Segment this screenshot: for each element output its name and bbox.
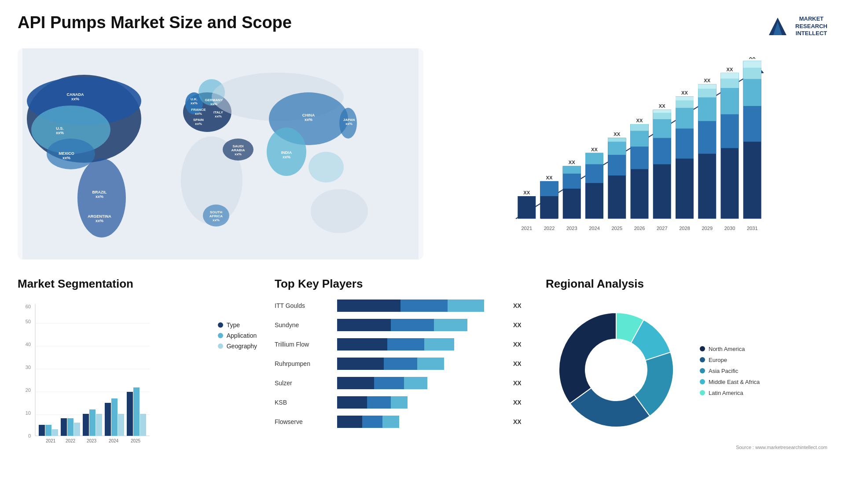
player-name: Sundyne	[275, 321, 332, 329]
svg-text:XX: XX	[704, 78, 710, 83]
svg-text:XX: XX	[636, 118, 643, 123]
bar-seg1	[337, 319, 391, 331]
player-name: Flowserve	[275, 418, 332, 425]
svg-text:2021: 2021	[46, 438, 56, 443]
svg-rect-146	[111, 398, 118, 436]
legend-label: Europe	[709, 357, 727, 363]
svg-text:XX: XX	[591, 147, 598, 152]
player-value: XX	[513, 380, 524, 387]
donut-chart	[546, 299, 687, 442]
svg-text:2029: 2029	[702, 226, 713, 231]
svg-text:XX: XX	[749, 57, 756, 60]
bar-seg3	[434, 319, 467, 331]
legend-color-dot	[700, 379, 705, 384]
svg-text:ARABIA: ARABIA	[231, 148, 245, 152]
page-title: API Pumps Market Size and Scope	[18, 13, 292, 32]
player-item: Sundyne XX	[275, 319, 528, 331]
svg-rect-88	[653, 110, 671, 113]
svg-text:CHINA: CHINA	[302, 113, 315, 117]
svg-text:2023: 2023	[566, 226, 577, 231]
player-name: KSB	[275, 399, 332, 406]
svg-rect-142	[89, 409, 96, 436]
svg-text:2021: 2021	[521, 226, 532, 231]
svg-text:XX: XX	[546, 175, 553, 180]
svg-text:XX: XX	[681, 90, 688, 95]
player-item: Sulzer XX	[275, 377, 528, 389]
svg-rect-59	[540, 181, 558, 196]
player-bar-stack	[337, 319, 504, 331]
svg-rect-54	[518, 196, 536, 219]
player-value: XX	[513, 341, 524, 348]
players-list: ITT Goulds XX Sundyne XX Trillium Flow X…	[275, 299, 528, 428]
svg-text:U.S.: U.S.	[56, 126, 64, 131]
svg-text:20: 20	[26, 387, 31, 393]
svg-text:BRAZIL: BRAZIL	[92, 190, 107, 194]
donut-legend: North America Europe Asia Pacific Middle…	[700, 346, 760, 396]
key-players-title: Top Key Players	[275, 277, 528, 291]
svg-text:FRANCE: FRANCE	[191, 108, 206, 112]
player-name: Trillium Flow	[275, 341, 332, 348]
legend-color-dot	[700, 357, 705, 362]
legend-label: North America	[709, 346, 745, 352]
svg-text:xx%: xx%	[96, 194, 103, 199]
legend-color-dot	[700, 368, 705, 373]
map-svg: CANADA xx% U.S. xx% MEXICO xx% BRAZIL xx…	[18, 48, 423, 259]
bar-seg2	[387, 338, 424, 351]
svg-rect-135	[52, 429, 58, 436]
svg-text:xx%: xx%	[191, 101, 198, 105]
svg-text:40: 40	[26, 342, 31, 347]
donut-wrapper: North America Europe Asia Pacific Middle…	[546, 299, 827, 442]
svg-text:CANADA: CANADA	[66, 92, 84, 97]
player-value: XX	[513, 399, 524, 406]
svg-text:2025: 2025	[131, 438, 141, 443]
svg-rect-116	[743, 61, 761, 68]
svg-text:xx%: xx%	[215, 114, 222, 118]
legend-geo-label: Geography	[227, 343, 257, 350]
key-players-section: Top Key Players ITT Goulds XX Sundyne XX…	[275, 277, 528, 504]
source-text: Source : www.marketresearchintellect.com	[546, 445, 827, 450]
svg-rect-109	[720, 73, 738, 79]
player-item: Flowserve XX	[275, 416, 528, 428]
svg-text:xx%: xx%	[345, 122, 353, 126]
legend-item: Middle East & Africa	[700, 379, 760, 385]
bar-seg3	[417, 358, 444, 370]
player-bar-stack	[337, 338, 504, 351]
type-dot	[218, 322, 223, 328]
player-bar-stack	[337, 377, 504, 389]
legend-label: Latin America	[709, 390, 743, 396]
bar-seg3	[424, 338, 454, 351]
legend-color-dot	[700, 346, 705, 351]
regional-section: Regional Analysis North America Europe A…	[546, 277, 827, 504]
player-value: XX	[513, 302, 524, 309]
bar-chart-svg: XX 2021 XX 2022 XX 2023 XX 2024	[450, 57, 819, 237]
legend-item: Europe	[700, 357, 760, 363]
svg-rect-138	[67, 418, 73, 436]
bar-seg2	[362, 416, 382, 428]
svg-text:GERMANY: GERMANY	[205, 98, 224, 102]
svg-text:INDIA: INDIA	[281, 150, 292, 155]
bar-seg3	[382, 416, 399, 428]
segmentation-legend: Type Application Geography	[218, 299, 257, 350]
svg-text:SAUDI: SAUDI	[233, 144, 244, 148]
svg-text:ITALY: ITALY	[213, 110, 223, 114]
svg-rect-81	[630, 124, 648, 131]
bar-seg2	[384, 358, 417, 370]
segmentation-content: 0 10 20 30 40 50 60	[18, 299, 257, 468]
player-name: ITT Goulds	[275, 302, 332, 309]
segmentation-chart-area: 0 10 20 30 40 50 60	[18, 299, 209, 468]
legend-app-label: Application	[227, 332, 257, 339]
svg-text:2030: 2030	[724, 226, 735, 231]
bar-seg2	[391, 319, 434, 331]
svg-text:2025: 2025	[611, 226, 622, 231]
svg-text:XX: XX	[569, 160, 575, 165]
logo-text: MARKET RESEARCH INTELLECT	[795, 15, 827, 38]
bar-seg1	[337, 338, 387, 351]
player-value: XX	[513, 360, 524, 367]
player-name: Ruhrpumpen	[275, 360, 332, 367]
segmentation-title: Market Segmentation	[18, 277, 257, 291]
growth-chart: XX 2021 XX 2022 XX 2023 XX 2024	[441, 48, 827, 259]
top-section: CANADA xx% U.S. xx% MEXICO xx% BRAZIL xx…	[18, 48, 827, 259]
svg-point-19	[309, 152, 344, 183]
svg-text:2027: 2027	[657, 226, 668, 231]
player-item: KSB XX	[275, 396, 528, 409]
